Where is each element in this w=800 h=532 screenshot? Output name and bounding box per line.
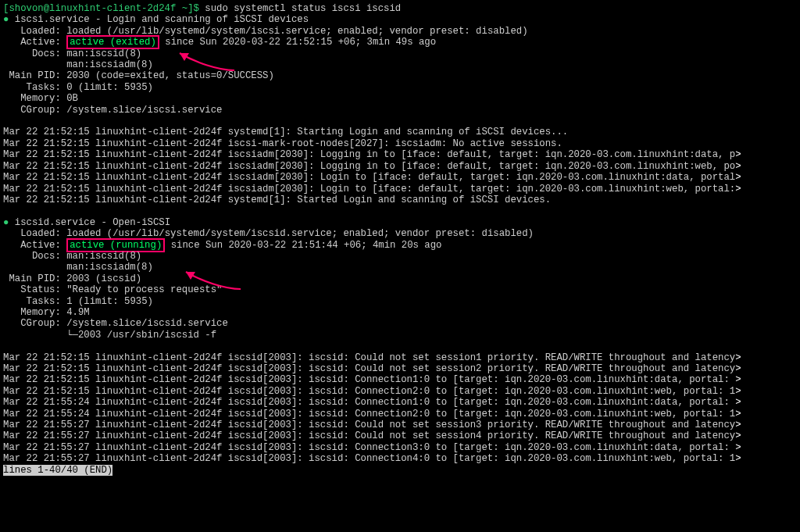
service-name: iscsid.service - Open-iSCSI xyxy=(15,217,170,228)
loaded-label: Loaded: xyxy=(20,228,61,239)
status-label: Status: xyxy=(20,284,61,295)
log-block-1: Mar 22 21:52:15 linuxhint-client-2d24f s… xyxy=(3,127,797,205)
tasks-label: Tasks: xyxy=(27,296,61,307)
prompt-path: ~]$ xyxy=(182,3,199,14)
docs-value-2: man:iscsiadm(8) xyxy=(66,262,153,273)
service-name: iscsi.service - Login and scanning of iS… xyxy=(15,14,309,25)
docs-value-2: man:iscsiadm(8) xyxy=(66,59,153,70)
log-line: Mar 22 21:55:27 linuxhint-client-2d24f i… xyxy=(3,420,735,430)
more-indicator-icon: > xyxy=(735,363,741,374)
prompt-user: [shovon@linuxhint-client-2d24f xyxy=(3,3,176,14)
status-bullet-icon: ● xyxy=(3,217,9,228)
log-line: Mar 22 21:52:15 linuxhint-client-2d24f i… xyxy=(3,352,735,363)
active-status-highlight: active (running) xyxy=(66,238,165,252)
loaded-label: Loaded: xyxy=(20,26,61,37)
active-since: since Sun 2020-03-22 21:51:44 +06; 4min … xyxy=(171,240,442,251)
cgroup-tree: └─2003 /usr/sbin/iscsid -f xyxy=(66,330,216,341)
docs-value-1: man:iscsid(8) xyxy=(66,48,141,59)
more-indicator-icon: > xyxy=(735,161,741,172)
tasks-value: 1 (limit: 5935) xyxy=(66,296,153,307)
log-line: Mar 22 21:55:27 linuxhint-client-2d24f i… xyxy=(3,430,735,441)
tasks-label: Tasks: xyxy=(27,82,61,93)
mainpid-label: Main PID: xyxy=(9,273,60,284)
log-line: Mar 22 21:52:15 linuxhint-client-2d24f i… xyxy=(3,138,562,149)
more-indicator-icon: > xyxy=(735,420,741,430)
active-since: since Sun 2020-03-22 21:52:15 +06; 3min … xyxy=(165,37,436,48)
log-line: Mar 22 21:55:27 linuxhint-client-2d24f i… xyxy=(3,453,735,464)
more-indicator-icon: > xyxy=(735,386,741,397)
mainpid-value: 2030 (code=exited, status=0/SUCCESS) xyxy=(66,70,274,81)
more-indicator-icon: > xyxy=(735,397,741,408)
cgroup-label: CGroup: xyxy=(20,105,61,116)
memory-label: Memory: xyxy=(20,93,61,104)
log-line: Mar 22 21:52:15 linuxhint-client-2d24f s… xyxy=(3,195,551,205)
log-line: Mar 22 21:52:15 linuxhint-client-2d24f s… xyxy=(3,127,568,137)
tasks-value: 0 (limit: 5935) xyxy=(66,82,153,93)
cgroup-label: CGroup: xyxy=(20,318,61,329)
memory-label: Memory: xyxy=(20,307,61,318)
log-line: Mar 22 21:52:15 linuxhint-client-2d24f i… xyxy=(3,386,735,397)
docs-label: Docs: xyxy=(32,251,61,262)
pager-status-line: lines 1-40/40 (END) xyxy=(3,465,112,476)
active-label: Active: xyxy=(20,37,61,48)
memory-value: 0B xyxy=(66,93,78,104)
log-line: Mar 22 21:52:15 linuxhint-client-2d24f i… xyxy=(3,184,735,195)
mainpid-label: Main PID: xyxy=(9,70,60,81)
status-value: "Ready to process requests" xyxy=(66,284,222,295)
cgroup-value: /system.slice/iscsid.service xyxy=(66,318,228,329)
memory-value: 4.9M xyxy=(66,307,90,318)
status-bullet-icon: ● xyxy=(3,14,9,25)
log-line: Mar 22 21:52:15 linuxhint-client-2d24f i… xyxy=(3,172,735,183)
log-line: Mar 22 21:52:15 linuxhint-client-2d24f i… xyxy=(3,149,735,160)
more-indicator-icon: > xyxy=(735,184,741,195)
terminal-output[interactable]: [shovon@linuxhint-client-2d24f ~]$ sudo … xyxy=(3,3,797,476)
more-indicator-icon: > xyxy=(735,374,741,385)
more-indicator-icon: > xyxy=(735,172,741,183)
service-block-iscsi: ● iscsi.service - Login and scanning of … xyxy=(3,14,797,116)
more-indicator-icon: > xyxy=(735,149,741,160)
service-block-iscsid: ● iscsid.service - Open-iSCSI Loaded: lo… xyxy=(3,217,797,341)
more-indicator-icon: > xyxy=(735,442,741,453)
log-block-2: Mar 22 21:52:15 linuxhint-client-2d24f i… xyxy=(3,352,797,465)
command-text: sudo systemctl status iscsi iscsid xyxy=(205,3,401,14)
cgroup-value: /system.slice/iscsi.service xyxy=(66,105,222,116)
prompt-line: [shovon@linuxhint-client-2d24f ~]$ sudo … xyxy=(3,3,797,14)
log-line: Mar 22 21:55:24 linuxhint-client-2d24f i… xyxy=(3,397,735,408)
more-indicator-icon: > xyxy=(735,453,741,464)
log-line: Mar 22 21:52:15 linuxhint-client-2d24f i… xyxy=(3,374,735,385)
active-label: Active: xyxy=(20,240,61,251)
docs-label: Docs: xyxy=(32,48,61,59)
mainpid-value: 2003 (iscsid) xyxy=(66,273,141,284)
more-indicator-icon: > xyxy=(735,430,741,441)
active-status-highlight: active (exited) xyxy=(66,35,159,49)
docs-value-1: man:iscsid(8) xyxy=(66,251,141,262)
more-indicator-icon: > xyxy=(735,352,741,363)
log-line: Mar 22 21:52:15 linuxhint-client-2d24f i… xyxy=(3,161,735,172)
log-line: Mar 22 21:55:24 linuxhint-client-2d24f i… xyxy=(3,409,735,420)
log-line: Mar 22 21:55:27 linuxhint-client-2d24f i… xyxy=(3,442,735,453)
more-indicator-icon: > xyxy=(735,409,741,420)
log-line: Mar 22 21:52:15 linuxhint-client-2d24f i… xyxy=(3,363,735,374)
